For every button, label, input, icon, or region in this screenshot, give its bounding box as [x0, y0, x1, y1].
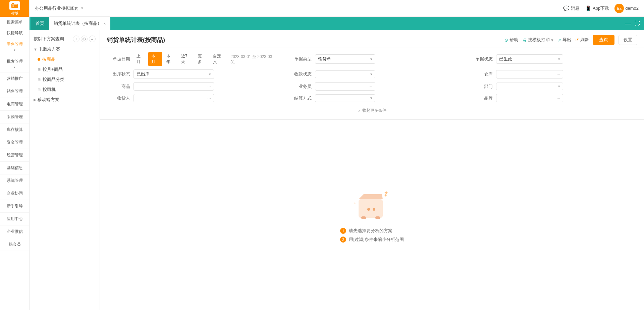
settings-btn[interactable]: 设置 [619, 35, 637, 45]
status-select[interactable]: 已生效 ▾ [496, 54, 563, 64]
payment-method-arrow: ▾ [370, 96, 372, 100]
tree-item-by-product[interactable]: 按商品 [30, 54, 100, 64]
by-product-label: 按商品 [42, 56, 96, 62]
tab-bar: 首页 销货单统计表（按商品） × — ⛶ [30, 17, 644, 30]
payment-status-field: ▾ [315, 70, 456, 78]
print-dropdown-icon: ▾ [551, 38, 553, 43]
goods-input[interactable]: ··· [133, 82, 214, 91]
tree-mobile-group[interactable]: ▶ 移动端方案 [30, 95, 100, 105]
warehouse-dots: ··· [557, 72, 560, 77]
tab-home[interactable]: 首页 [31, 17, 49, 30]
dept-select[interactable]: ▾ [496, 83, 563, 90]
tab-fullscreen-icon[interactable]: ⛶ [635, 20, 640, 27]
search-menu[interactable]: 搜索菜单 [0, 17, 29, 28]
svg-rect-10 [361, 216, 366, 219]
sidebar-item-basic[interactable]: 基础信息 [0, 162, 29, 174]
sidebar-item-newguide[interactable]: 新手引导 [0, 200, 29, 213]
sidebar-item-finance[interactable]: 资金管理 [0, 136, 29, 149]
tab-report-close[interactable]: × [104, 21, 106, 25]
collapse-arrow-icon: ∧ [358, 108, 361, 113]
warehouse-input[interactable]: ··· [496, 70, 563, 79]
settings-scheme-btn[interactable]: ⚙ [81, 36, 88, 42]
sidebar-item-inventory[interactable]: 库存核算 [0, 123, 29, 136]
quick-nav-label: 快捷导航 [7, 31, 23, 35]
sidebar-item-retail[interactable]: 零售管理 ▾ [0, 38, 29, 55]
svg-rect-11 [375, 216, 380, 219]
date-custom[interactable]: 自定义 [210, 52, 227, 66]
app-download-action[interactable]: 📱 App下载 [585, 5, 609, 11]
out-status-select[interactable]: 已出库 ▾ [133, 69, 214, 79]
tab-minimize-icon[interactable]: — [625, 20, 631, 27]
salesperson-dots: ··· [369, 84, 372, 89]
sidebar-item-sales[interactable]: 销售管理 [0, 85, 29, 98]
sidebar-item-marketing-label: 营销推广 [7, 76, 23, 82]
sidebar-item-operation[interactable]: 经营管理 [0, 149, 29, 162]
query-label: 查询 [599, 37, 608, 43]
help-btn[interactable]: ⊙ 帮助 [504, 37, 518, 43]
sidebar-item-ecommerce[interactable]: 电商管理 [0, 98, 29, 111]
sidebar-item-system[interactable]: 系统管理 [0, 174, 29, 187]
user-profile[interactable]: Ea demo2 [614, 4, 639, 13]
by-printer-label: 按司机 [43, 87, 96, 93]
sidebar-item-system-label: 系统管理 [7, 178, 23, 184]
receiver-dots: ··· [207, 96, 211, 101]
svg-rect-1 [12, 3, 14, 4]
message-icon: 💬 [563, 5, 570, 11]
tree-item-by-category[interactable]: ⊞ 按商品分类 [30, 74, 100, 85]
collapse-filters-btn[interactable]: ∧ 收起更多条件 [107, 106, 637, 115]
tab-report-label: 销货单统计表（按商品） [54, 20, 102, 27]
industry-dropdown-icon[interactable]: ▾ [81, 6, 83, 10]
sidebar-item-marketing[interactable]: 营销推广 [0, 72, 29, 85]
sidebar-item-appcenter-label: 应用中心 [7, 216, 23, 222]
sidebar-item-purchase[interactable]: 采购管理 [0, 111, 29, 123]
payment-method-select[interactable]: ▾ [315, 94, 375, 102]
svg-point-7 [373, 208, 375, 211]
add-scheme-btn[interactable]: + [73, 36, 79, 42]
help-icon: ⊙ [504, 38, 508, 43]
refresh-btn[interactable]: ↺ 刷新 [575, 37, 589, 43]
payment-method-label: 结算方式 [288, 95, 315, 101]
sidebar-item-wechat[interactable]: 企业微信 [0, 225, 29, 238]
sidebar-item-wholesale[interactable]: 批发管理 ▴ [0, 55, 29, 72]
tree-item-by-month-product[interactable]: ⊞ 按月+商品 [30, 64, 100, 74]
brand-input[interactable]: ··· [496, 94, 563, 102]
export-icon: ↗ [557, 38, 561, 43]
date-more[interactable]: 更多 [195, 52, 208, 66]
salesperson-input[interactable]: ··· [315, 82, 375, 91]
sidebar-item-enterprise[interactable]: 企业协同 [0, 187, 29, 200]
receiver-input[interactable]: ··· [133, 94, 214, 102]
left-panel-header: 按以下方案查询 + ⚙ « [30, 34, 100, 44]
salesperson-field: ··· [315, 82, 456, 91]
sidebar-item-retail-label: 零售管理 [7, 42, 23, 47]
app-download-icon: 📱 [585, 5, 591, 11]
date-this-month[interactable]: 本月 [148, 52, 162, 66]
page-title: 销货单统计表(按商品) [107, 36, 165, 44]
by-category-label: 按商品分类 [43, 76, 96, 83]
export-btn[interactable]: ↗ 导出 [557, 37, 571, 43]
dept-label: 部门 [469, 84, 496, 90]
sidebar-item-ecommerce-label: 电商管理 [7, 101, 23, 107]
by-category-icon: ⊞ [38, 78, 41, 82]
help-label: 帮助 [509, 37, 518, 43]
sidebar-item-member[interactable]: 畅会员 [0, 238, 29, 251]
payment-status-select[interactable]: ▾ [315, 70, 375, 78]
refresh-label: 刷新 [580, 37, 589, 43]
query-btn[interactable]: 查询 [593, 35, 614, 45]
sidebar-item-appcenter[interactable]: 应用中心 [0, 213, 29, 225]
svg-point-3 [12, 5, 14, 7]
tree-item-by-printer[interactable]: ⊞ 按司机 [30, 85, 100, 95]
tab-report[interactable]: 销货单统计表（按商品） × [49, 17, 110, 30]
order-type-select[interactable]: 销货单 ▾ [315, 54, 375, 64]
date-this-year[interactable]: 本年 [163, 52, 177, 66]
collapse-tree-btn[interactable]: « [89, 36, 96, 42]
step1-text: 请先选择要分析的方案 [349, 228, 392, 234]
quick-nav[interactable]: 快捷导航 [0, 28, 29, 38]
tree-pc-group[interactable]: ▼ 电脑端方案 [30, 44, 100, 54]
order-type-value: 销货单 [318, 56, 331, 62]
print-btn[interactable]: 🖨 按模板打印 ▾ [522, 37, 553, 43]
sidebar: 标版 搜索菜单 快捷导航 零售管理 ▾ 批发管理 ▴ 营销推广 销售管理 电商管… [0, 0, 30, 310]
message-action[interactable]: 💬 消息 [563, 5, 580, 11]
date-last-month[interactable]: 上月 [133, 52, 147, 66]
date-7days[interactable]: 近7天 [178, 52, 194, 66]
status-arrow: ▾ [558, 57, 560, 61]
